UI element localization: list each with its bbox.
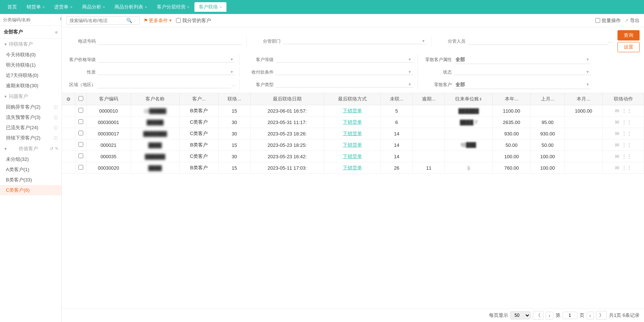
batch-ops-btn[interactable]: 批量操作 xyxy=(595,17,621,24)
sidebar-item-overdue[interactable]: 逾期未联络(30) xyxy=(0,81,61,91)
more-conditions-btn[interactable]: ⚑ 更多条件 ▼ xyxy=(144,17,172,24)
nav-purchase-order[interactable]: 进货单 × xyxy=(50,2,77,12)
row-checkbox-cell[interactable] xyxy=(75,139,86,151)
nav-close-product-analysis[interactable]: × xyxy=(103,5,105,9)
sidebar-item-churn-warning[interactable]: 流失预警客户(3) ⓘ xyxy=(0,112,61,123)
nav-home[interactable]: 首页 xyxy=(3,2,21,12)
nav-product-analysis[interactable]: 商品分析 × xyxy=(78,2,109,12)
contact-method-link[interactable]: 下销货单 xyxy=(343,119,362,125)
nav-product-analysis-list[interactable]: 商品分析列表 × xyxy=(110,2,151,12)
nav-close-segment[interactable]: × xyxy=(187,5,189,9)
sidebar-item-tomorrow[interactable]: 明天待联络(1) xyxy=(0,60,61,70)
sidebar-item-class-c[interactable]: C类客户(6) xyxy=(0,185,61,195)
message-icon[interactable]: ✉ xyxy=(615,131,619,137)
price-level-select[interactable]: ▼ xyxy=(98,57,235,63)
more-actions-icon[interactable]: ⋮⋮ xyxy=(622,142,632,148)
row-last-contact-method[interactable]: 下销货单 xyxy=(324,128,381,139)
row-checkbox[interactable] xyxy=(78,153,83,158)
sidebar-item-abnormal-repurchase[interactable]: 回购异常客户(2) ⓘ xyxy=(0,102,61,112)
row-last-contact-method[interactable]: 下销货单 xyxy=(324,151,381,162)
nav-customer-contact[interactable]: 客户联络 × xyxy=(194,2,226,12)
sidebar-collapse-icon[interactable]: « xyxy=(55,29,58,35)
row-checkbox[interactable] xyxy=(78,165,83,170)
sidebar-item-7days[interactable]: 近7天待联络(0) xyxy=(0,70,61,81)
payment-terms-select[interactable]: ▼ xyxy=(276,69,413,75)
row-checkbox-cell[interactable] xyxy=(75,105,86,117)
more-actions-icon[interactable]: ⋮⋮ xyxy=(622,165,632,171)
nav-customer-segment[interactable]: 客户分层经营 × xyxy=(152,2,194,12)
sidebar-item-today[interactable]: 今天待联络(0) xyxy=(0,50,61,60)
manager-ellipsis-icon[interactable]: ... xyxy=(608,39,612,44)
sidebar-search-input[interactable] xyxy=(3,17,58,22)
sidebar-item-declining[interactable]: 持续下滑客户(2) ⓘ xyxy=(0,133,61,143)
section-problem-customers[interactable]: 问题客户 xyxy=(0,91,61,102)
row-checkbox[interactable] xyxy=(78,119,83,124)
more-actions-icon[interactable]: ⋮⋮ xyxy=(622,153,632,159)
row-checkbox-cell[interactable] xyxy=(75,151,86,162)
row-checkbox-cell[interactable] xyxy=(75,162,86,174)
nav-close-contact[interactable]: × xyxy=(219,5,222,9)
batch-ops-check[interactable] xyxy=(595,18,600,23)
nav-close-sales[interactable]: × xyxy=(42,5,45,9)
prev-page-btn[interactable]: ‹ xyxy=(546,312,553,319)
last-page-btn[interactable]: 》 xyxy=(596,311,607,320)
customer-type-select[interactable]: ▼ xyxy=(276,82,413,88)
my-customers-check[interactable] xyxy=(176,18,181,23)
per-page-select[interactable]: 50 100 xyxy=(510,311,531,319)
dept-select[interactable]: ▼ xyxy=(283,38,427,44)
row-checkbox-cell[interactable] xyxy=(75,117,86,128)
retail-attr-select[interactable]: 全部 ▼ xyxy=(454,56,591,64)
row-last-contact-method[interactable]: 下销货单 xyxy=(324,105,381,117)
sidebar-item-class-b[interactable]: B类客户(33) xyxy=(0,175,61,185)
edit-icon[interactable]: ✎ xyxy=(55,146,59,151)
contact-method-link[interactable]: 下销货单 xyxy=(343,142,362,148)
refresh-icon[interactable]: ↺ xyxy=(50,146,53,151)
select-all-checkbox[interactable] xyxy=(78,96,83,101)
nav-sales-order[interactable]: 销货单 × xyxy=(22,2,49,12)
more-actions-icon[interactable]: ⋮⋮ xyxy=(622,131,632,137)
message-icon[interactable]: ✉ xyxy=(615,165,619,171)
query-button[interactable]: 查询 xyxy=(617,30,640,40)
message-icon[interactable]: ✉ xyxy=(615,119,619,125)
message-icon[interactable]: ✉ xyxy=(615,142,619,148)
row-last-contact-method[interactable]: 下销货单 xyxy=(324,139,381,151)
customer-level-select[interactable]: ▼ xyxy=(276,57,413,63)
page-number-input[interactable] xyxy=(563,312,577,319)
message-icon[interactable]: ✉ xyxy=(615,153,619,159)
more-actions-icon[interactable]: ⋮⋮ xyxy=(622,119,632,125)
row-last-contact-method[interactable]: 下销货单 xyxy=(324,162,381,174)
settings-button[interactable]: 设置 xyxy=(617,42,640,52)
row-checkbox-cell[interactable] xyxy=(75,128,86,139)
search-input[interactable] xyxy=(70,18,125,23)
row-checkbox[interactable] xyxy=(78,131,83,135)
contact-method-link[interactable]: 下销货单 xyxy=(343,108,362,113)
more-actions-icon[interactable]: ⋮⋮ xyxy=(622,108,632,114)
contact-method-link[interactable]: 下销货单 xyxy=(343,153,362,159)
phone-input[interactable] xyxy=(98,38,242,45)
status-select[interactable]: ▼ xyxy=(454,69,591,75)
contact-method-link[interactable]: 下销货单 xyxy=(343,131,362,136)
nature-select[interactable]: ▼ xyxy=(98,69,235,75)
next-page-btn[interactable]: › xyxy=(587,312,594,319)
section-value-customers[interactable]: 价值客户 ↺ ✎ xyxy=(0,143,61,154)
col-settings[interactable]: ⚙ xyxy=(62,93,75,105)
sidebar-item-ungrouped[interactable]: 未分组(32) xyxy=(0,154,61,164)
export-btn[interactable]: ↗ 导出 xyxy=(624,17,640,24)
retail-customer-select[interactable]: 全部 ▼ xyxy=(454,81,591,89)
message-icon[interactable]: ✉ xyxy=(615,108,619,114)
col-checkbox[interactable] xyxy=(75,93,86,105)
manager-input[interactable] xyxy=(468,38,608,45)
contact-method-link[interactable]: 下销货单 xyxy=(343,165,362,170)
section-pending-contact[interactable]: 待联络客户 xyxy=(0,39,61,50)
nav-close-purchase[interactable]: × xyxy=(70,5,72,9)
nav-close-product-list[interactable]: × xyxy=(145,5,147,9)
sidebar-item-churned[interactable]: 已流失客户(24) ⓘ xyxy=(0,123,61,133)
row-last-contact-method[interactable]: 下销货单 xyxy=(324,117,381,128)
first-page-btn[interactable]: 《 xyxy=(533,311,543,320)
sidebar-all-customers[interactable]: 全部客户 « xyxy=(0,26,61,39)
my-customers-checkbox[interactable]: 我分管的客户 xyxy=(176,17,211,24)
row-checkbox[interactable] xyxy=(78,108,83,113)
search-icon[interactable]: 🔍 xyxy=(126,18,132,23)
region-ellipsis-icon[interactable]: ... xyxy=(231,82,235,87)
sidebar-item-class-a[interactable]: A类客户(1) xyxy=(0,164,61,175)
